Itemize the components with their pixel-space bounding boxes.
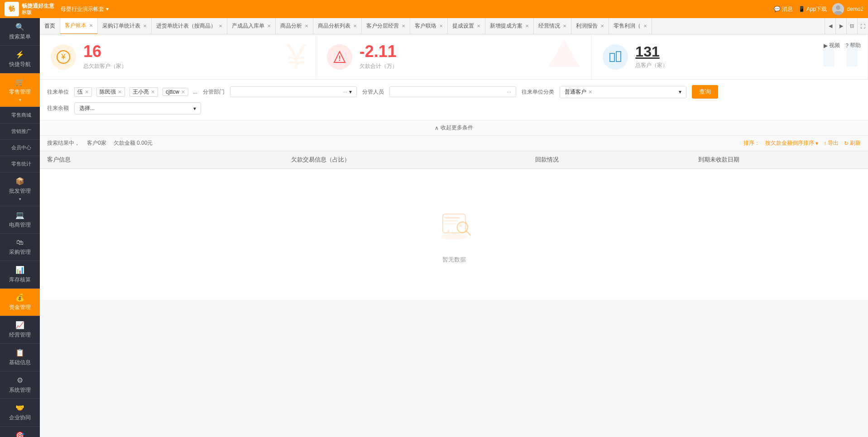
- tab-purchase-order[interactable]: 采购订单统计表 ✕: [98, 18, 152, 34]
- export-btn[interactable]: ↑ 导出: [824, 139, 839, 147]
- stat-amount-info: -2.11 欠款合计（万）: [360, 43, 398, 70]
- video-btn[interactable]: ▶ 视频: [824, 42, 840, 49]
- tab-operation-stat-close[interactable]: ✕: [563, 24, 566, 28]
- query-button[interactable]: 查询: [692, 85, 718, 99]
- tab-new-raise[interactable]: 新增提成方案 ✕: [485, 18, 534, 34]
- sidebar-item-sys[interactable]: ⚙ 系统管理: [0, 371, 40, 399]
- tab-customer-contact-close[interactable]: ✕: [439, 24, 443, 28]
- tab-product-analysis-list-label: 商品分析列表: [318, 22, 350, 30]
- unit-tag-wang-text: 王小亮: [133, 88, 149, 96]
- collapse-btn[interactable]: ∧ 收起更多条件: [429, 122, 479, 133]
- tab-product-analysis[interactable]: 商品分析 ✕: [276, 18, 313, 34]
- tab-prev-btn[interactable]: ◀: [825, 18, 835, 34]
- person-ellipsis-btn[interactable]: ···: [507, 89, 511, 95]
- store-arrow-icon: ▾: [106, 6, 109, 12]
- tab-raise-setting[interactable]: 提成设置 ✕: [448, 18, 485, 34]
- sidebar-item-new-guide[interactable]: 🎯 新手引导: [0, 427, 40, 437]
- tab-fullscreen-btn[interactable]: ⛶: [857, 18, 868, 34]
- svg-rect-10: [823, 47, 834, 66]
- person-filter-dropdown[interactable]: ···: [389, 86, 516, 97]
- tab-product-analysis-list-close[interactable]: ✕: [353, 24, 357, 28]
- sidebar-item-finance[interactable]: 💰 资金管理: [0, 289, 40, 316]
- tab-operation-stat[interactable]: 经营情况 ✕: [534, 18, 571, 34]
- unit-tag-more[interactable]: ...: [193, 89, 197, 95]
- tab-customer-tier[interactable]: 客户分层经营 ✕: [362, 18, 410, 34]
- tab-customer-book-close[interactable]: ✕: [89, 23, 93, 28]
- help-label: 帮助: [850, 42, 861, 49]
- content-area: 首页 客户账本 ✕ 采购订单统计表 ✕ 进货单统计表（按商品） ✕: [40, 18, 868, 437]
- tab-product-analysis-close[interactable]: ✕: [305, 24, 308, 28]
- tab-product-in[interactable]: 产成品入库单 ✕: [227, 18, 276, 34]
- filter-row-2: 往来余额 选择... ▾: [47, 102, 861, 114]
- sort-select[interactable]: 按欠款金额倒序排序 ▾: [765, 139, 818, 147]
- sidebar-item-retail-stat[interactable]: 零售统计: [0, 156, 40, 172]
- unit-tag-wang-close[interactable]: ✕: [151, 89, 155, 95]
- unit-type-tag-close[interactable]: ✕: [588, 89, 592, 95]
- tab-retail-profit[interactable]: 零售利润（ ✕: [609, 18, 652, 34]
- sidebar-item-marketing[interactable]: 营销推广: [0, 124, 40, 140]
- help-links: ▶ 视频 ? 帮助: [824, 42, 861, 49]
- dept-filter-label: 分管部门: [203, 88, 225, 96]
- sidebar-item-ecommerce[interactable]: 💻 电商管理: [0, 206, 40, 234]
- tab-expand-btn[interactable]: ⊟: [846, 18, 857, 34]
- sidebar-item-purchase[interactable]: 🛍 采购管理: [0, 234, 40, 261]
- unit-tag-cjttcw[interactable]: cjttcw ✕: [163, 88, 188, 96]
- sidebar-item-inventory[interactable]: 📊 库存核算: [0, 261, 40, 289]
- unit-tag-wu[interactable]: 伍 ✕: [74, 87, 92, 97]
- tab-raise-setting-close[interactable]: ✕: [477, 24, 480, 28]
- app-download-btn[interactable]: 📱 App下载: [798, 5, 827, 13]
- tab-next-btn[interactable]: ▶: [835, 18, 846, 34]
- tab-customer-book[interactable]: 客户账本 ✕: [60, 18, 98, 34]
- new-guide-icon: 🎯: [15, 431, 24, 437]
- basic-info-icon: 📋: [15, 348, 24, 357]
- dept-filter-dropdown[interactable]: ··· ▾: [230, 86, 357, 97]
- user-area[interactable]: demo2: [832, 3, 863, 15]
- unit-tag-chen[interactable]: 陈民强 ✕: [96, 87, 125, 97]
- tab-customer-contact-label: 客户联络: [415, 22, 436, 30]
- dept-ellipsis-btn[interactable]: ···: [343, 89, 347, 95]
- svg-point-20: [447, 230, 450, 232]
- sidebar-item-member[interactable]: 会员中心: [0, 140, 40, 156]
- tab-customer-tier-close[interactable]: ✕: [402, 24, 405, 28]
- sidebar-item-retail-mall[interactable]: 零售商城: [0, 107, 40, 124]
- tab-product-in-close[interactable]: ✕: [267, 24, 271, 28]
- unit-tag-wang[interactable]: 王小亮 ✕: [129, 87, 158, 97]
- sidebar-item-basic-info[interactable]: 📋 基础信息: [0, 344, 40, 371]
- stat-customers-value: 16: [83, 43, 127, 60]
- sidebar-item-operation[interactable]: 📈 经营管理: [0, 316, 40, 344]
- unit-tag-cjttcw-close[interactable]: ✕: [181, 89, 185, 95]
- unit-type-dropdown[interactable]: 普通客户 ✕ ▾: [560, 86, 686, 98]
- tab-stock-stat-close[interactable]: ✕: [219, 24, 222, 28]
- refresh-icon: ↻: [844, 140, 849, 147]
- svg-rect-16: [445, 223, 456, 224]
- tab-stock-stat[interactable]: 进货单统计表（按商品） ✕: [152, 18, 227, 34]
- tab-product-analysis-list[interactable]: 商品分析列表 ✕: [313, 18, 362, 34]
- tab-new-raise-close[interactable]: ✕: [525, 24, 529, 28]
- balance-filter-dropdown[interactable]: 选择... ▾: [74, 102, 201, 114]
- svg-rect-9: [616, 52, 621, 62]
- balance-filter-label: 往来余额: [47, 104, 69, 112]
- tab-operation-stat-label: 经营情况: [538, 22, 560, 30]
- sys-icon: ⚙: [17, 376, 23, 385]
- sidebar-item-search[interactable]: 🔍 搜索菜单: [0, 18, 40, 46]
- tab-profit-report[interactable]: 利润报告 ✕: [571, 18, 609, 34]
- main-wrapper: 🔍 搜索菜单 ⚡ 快捷导航 🛒 零售管理 ▾ 零售商城 营销推广 会员中心: [0, 18, 868, 437]
- sidebar-item-retail[interactable]: 🛒 零售管理 ▾: [0, 73, 40, 107]
- store-selector[interactable]: 母婴行业演示帐套 ▾: [58, 5, 111, 14]
- unit-type-tag[interactable]: 普通客户 ✕: [565, 88, 592, 96]
- export-label: 导出: [828, 139, 839, 147]
- sidebar-item-quick-nav[interactable]: ⚡ 快捷导航: [0, 46, 40, 73]
- tab-profit-report-close[interactable]: ✕: [600, 24, 604, 28]
- unit-tag-chen-close[interactable]: ✕: [118, 89, 122, 95]
- message-btn[interactable]: 💬 消息: [774, 5, 793, 13]
- refresh-btn[interactable]: ↻ 刷新: [844, 139, 861, 147]
- unit-tag-wu-close[interactable]: ✕: [85, 89, 89, 95]
- tab-home[interactable]: 首页: [40, 18, 60, 34]
- help-btn[interactable]: ? 帮助: [845, 42, 861, 49]
- tab-customer-contact[interactable]: 客户联络 ✕: [410, 18, 448, 34]
- tab-purchase-order-close[interactable]: ✕: [143, 24, 147, 28]
- result-actions: 排序： 按欠款金额倒序排序 ▾ ↑ 导出 ↻ 刷新: [743, 139, 861, 147]
- tab-retail-profit-close[interactable]: ✕: [643, 24, 647, 28]
- sidebar-item-batch[interactable]: 📦 批发管理 ▾: [0, 172, 40, 206]
- sidebar-item-corp-agree[interactable]: 🤝 企业协同: [0, 399, 40, 427]
